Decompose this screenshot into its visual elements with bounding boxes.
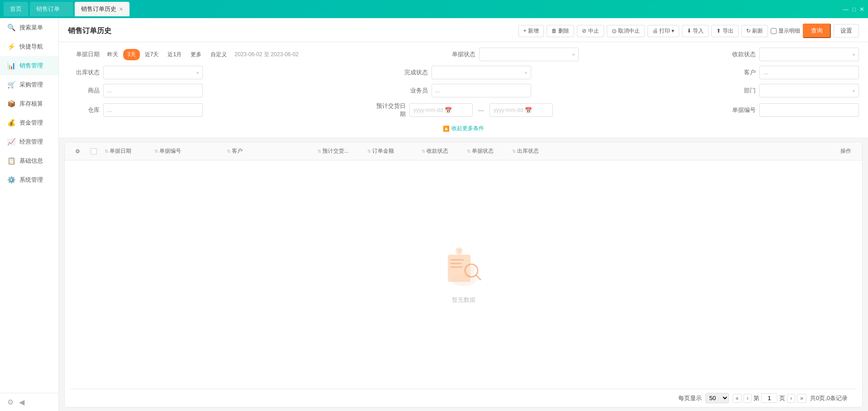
sidebar-item-operations[interactable]: 📈 经营管理 [0,132,58,151]
customer-input[interactable]: ... [759,66,859,79]
last-page-btn[interactable]: » [797,394,806,403]
table-header: ⚙ ⇅ 单据日期 ⇅ 单据编号 ⇅ 客户 ⇅ [65,142,862,160]
tab-sales-order-label: 销售订单 [36,5,60,13]
sidebar-item-purchase-mgmt[interactable]: 🛒 采购管理 [0,75,58,94]
toolbar: + 新增 🗑 删除 ⊘ 中止 ⊙ 取消中止 🖨 打印 ▾ ⬇ 导入 [518,24,859,38]
print-dropdown-icon[interactable]: ▾ [671,28,674,34]
tab-home[interactable]: 首页 [4,2,28,16]
tab-sales-order[interactable]: 销售订单 ✕ [30,2,73,16]
export-button[interactable]: ⬆ 导出 [711,25,738,37]
display-detail-toggle[interactable]: 显示明细 [771,27,800,35]
delivery-date-start[interactable]: yyyy-mm-dd 📅 [409,103,473,117]
salesman-input[interactable]: ... [432,84,531,97]
calendar-start-icon: 📅 [445,107,452,114]
bill-date-label: 单据日期 [68,50,100,58]
th-check[interactable] [86,148,101,155]
collapse-label: 收起更多条件 [451,125,484,132]
sidebar-item-inventory[interactable]: 📦 库存核算 [0,94,58,113]
setting-button[interactable]: 设置 [834,24,859,38]
refresh-button[interactable]: ↻ 刷新 [741,25,768,37]
check-all-checkbox[interactable] [91,148,97,155]
sidebar-settings-icon[interactable]: ⚙ [7,398,14,406]
setting-button-label: 设置 [840,27,852,34]
date-quick-btns: 昨天 3天 近7天 近1月 更多 自定义 [103,49,231,60]
svg-line-7 [476,275,480,280]
receive-status-label: 收款状态 [724,50,756,58]
sidebar-item-system[interactable]: ⚙️ 系统管理 [0,170,58,189]
tab-sales-order-history-close[interactable]: ✕ [119,6,123,12]
tab-sales-order-history[interactable]: 销售订单历史 ✕ [75,2,129,16]
collapse-row[interactable]: 🔼 收起更多条件 [68,123,859,132]
display-detail-checkbox[interactable] [771,28,777,34]
stop-button[interactable]: ⊘ 中止 [577,25,604,37]
prev-page-btn[interactable]: ‹ [743,394,752,403]
first-page-btn[interactable]: « [733,394,742,403]
salesman-label: 业务员 [396,87,428,95]
import-button[interactable]: ⬇ 导入 [682,25,709,37]
query-button-label: 查询 [811,27,823,34]
th-customer[interactable]: ⇅ 客户 [223,147,314,155]
sidebar-collapse-icon[interactable]: ◀ [19,398,24,406]
warehouse-input[interactable]: ... [103,103,203,117]
empty-illustration: ? [439,246,489,289]
minimize-btn[interactable]: — [843,6,849,13]
th-receive[interactable]: ⇅ 收款状态 [418,147,463,155]
inventory-icon: 📦 [7,100,16,108]
table-body: ? 暂无数据 [65,160,862,389]
th-customer-label: 客户 [232,147,243,155]
tab-sales-order-close[interactable]: ✕ [62,6,67,12]
date-btn-yesterday[interactable]: 昨天 [103,49,122,60]
date-btn-custom[interactable]: 自定义 [206,49,231,60]
sidebar-item-search-menu-label: 搜索菜单 [19,24,43,32]
date-btn-3days[interactable]: 3天 [123,49,140,60]
th-amount[interactable]: ⇅ 订单金额 [364,147,418,155]
delivery-date-end[interactable]: yyyy-mm-dd 📅 [489,103,553,117]
out-status-select[interactable]: ▾ [103,66,203,79]
print-button[interactable]: 🖨 打印 ▾ [647,25,679,37]
table-area: ⚙ ⇅ 单据日期 ⇅ 单据编号 ⇅ 客户 ⇅ [64,142,863,407]
print-button-label: 🖨 打印 [652,27,670,35]
close-btn[interactable]: ✕ [859,6,864,13]
complete-status-arrow: ▾ [525,70,527,75]
complete-status-select[interactable]: ▾ [432,66,531,79]
filter-area: 单据日期 昨天 3天 近7天 近1月 更多 自定义 2023-06-02 至 2… [59,42,868,138]
th-settings[interactable]: ⚙ [68,148,86,155]
sidebar-item-search-menu[interactable]: 🔍 搜索菜单 [0,18,58,37]
date-btn-1month[interactable]: 近1月 [163,49,186,60]
goods-dots: ... [107,87,112,94]
delete-button-label: 🗑 删除 [551,27,569,35]
date-btn-more[interactable]: 更多 [187,49,206,60]
sales-mgmt-icon: 📊 [7,62,16,70]
per-page-label: 每页显示 [678,394,702,402]
svg-rect-1 [448,255,470,282]
sidebar-item-sales-mgmt[interactable]: 📊 销售管理 [0,56,58,75]
display-detail-label: 显示明细 [778,27,800,35]
th-bill-status[interactable]: ⇅ 单据状态 [463,147,508,155]
th-order-no[interactable]: ⇅ 单据编号 [151,147,223,155]
sidebar-item-quick-nav[interactable]: ⚡ 快捷导航 [0,37,58,56]
delete-button[interactable]: 🗑 删除 [547,25,574,37]
query-button[interactable]: 查询 [803,24,831,38]
th-stock-status[interactable]: ⇅ 出库状态 [508,147,554,155]
maximize-btn[interactable]: □ [852,6,856,13]
page-input[interactable] [761,393,777,403]
date-btn-7days[interactable]: 近7天 [141,49,163,60]
bill-no-input[interactable] [759,103,859,117]
sidebar-item-capital[interactable]: 💰 资金管理 [0,113,58,132]
cancel-stop-button[interactable]: ⊙ 取消中止 [607,25,645,37]
pagination: 每页显示 50 10 20 100 « ‹ 第 页 › » 共0页,0条记录 [70,389,857,407]
receive-status-arrow: ▾ [853,52,855,57]
th-date[interactable]: ⇅ 单据日期 [101,147,151,155]
sidebar-item-base-info[interactable]: 📋 基础信息 [0,151,58,170]
per-page-select[interactable]: 50 10 20 100 [705,393,729,403]
th-delivery[interactable]: ⇅ 预计交货... [314,147,364,155]
next-page-btn[interactable]: › [787,394,795,403]
bill-no-label: 单据编号 [724,106,756,114]
receive-status-select[interactable]: ▾ [759,48,859,61]
new-button[interactable]: + 新增 [518,25,544,37]
bill-status-select[interactable]: ▾ [479,48,579,61]
sort-icon-stock: ⇅ [512,149,516,154]
dept-select[interactable]: ▾ [759,84,859,97]
salesman-dots: ... [436,87,440,94]
goods-input[interactable]: ... [103,84,203,97]
